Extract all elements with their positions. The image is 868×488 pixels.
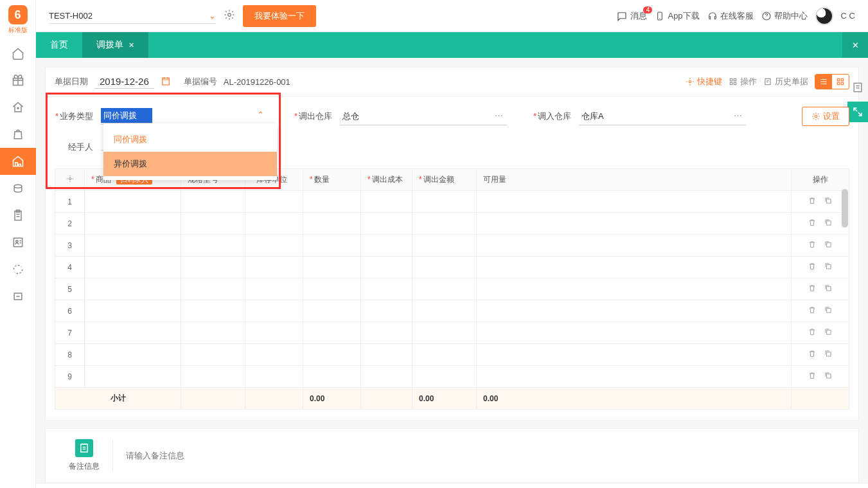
nav-money-icon[interactable]: [0, 175, 36, 202]
avatar[interactable]: [815, 7, 833, 25]
gear-icon[interactable]: [224, 9, 235, 23]
table-row[interactable]: 7: [55, 322, 849, 344]
delete-icon[interactable]: [808, 373, 817, 382]
row-number: 7: [55, 322, 85, 344]
biz-type-input[interactable]: 同价调拨: [101, 108, 152, 123]
remark-input[interactable]: [126, 451, 848, 460]
delete-icon[interactable]: [808, 329, 817, 338]
handler-label: 经手人: [55, 141, 93, 153]
table-row[interactable]: 5: [55, 278, 849, 300]
delete-icon[interactable]: [808, 307, 817, 316]
org-name: TEST-H002: [49, 11, 93, 21]
nav-contact-icon[interactable]: [0, 229, 36, 256]
delete-icon[interactable]: [808, 264, 817, 273]
nav-new-icon[interactable]: [0, 283, 36, 310]
copy-icon[interactable]: [824, 285, 833, 294]
more-icon[interactable]: ⋯: [734, 111, 742, 120]
svg-rect-31: [827, 374, 831, 378]
svg-rect-24: [827, 221, 831, 225]
view-grid-icon[interactable]: [832, 75, 849, 89]
tab-transfer[interactable]: 调拨单 ✕: [82, 32, 148, 58]
shortcut-link[interactable]: 快捷键: [686, 76, 722, 87]
dropdown-option-same-price[interactable]: 同价调拨: [103, 127, 277, 152]
try-button[interactable]: 我要体验一下: [243, 5, 316, 27]
table-row[interactable]: 6: [55, 300, 849, 322]
table-row[interactable]: 3: [55, 235, 849, 257]
svg-rect-30: [827, 352, 831, 356]
delete-icon[interactable]: [808, 220, 817, 229]
row-number: 1: [55, 191, 85, 213]
svg-rect-28: [827, 309, 831, 312]
copy-icon[interactable]: [824, 329, 833, 338]
svg-rect-29: [827, 330, 831, 334]
delete-icon[interactable]: [808, 351, 817, 360]
float-note-icon[interactable]: [847, 77, 868, 98]
nav-sync-icon[interactable]: [0, 256, 36, 283]
col-gear[interactable]: [55, 169, 85, 191]
service-link[interactable]: 在线客服: [707, 10, 754, 22]
view-toggle: [815, 74, 849, 89]
table-row[interactable]: 9: [55, 366, 849, 388]
row-number: 3: [55, 235, 85, 257]
in-warehouse-value[interactable]: 仓库A: [581, 111, 604, 121]
nav-bag-icon[interactable]: [0, 121, 36, 148]
close-icon[interactable]: ✕: [128, 41, 134, 50]
date-label: 单据日期: [55, 76, 88, 87]
more-icon[interactable]: ⋯: [495, 111, 503, 120]
copy-icon[interactable]: [824, 242, 833, 251]
subtotal-row: 小计 0.00 0.00 0.00: [55, 388, 849, 410]
svg-rect-10: [162, 78, 169, 85]
settings-button[interactable]: 设置: [802, 107, 849, 126]
messages-badge: 4: [643, 6, 652, 14]
table-row[interactable]: 1: [55, 191, 849, 213]
copy-icon[interactable]: [824, 307, 833, 316]
row-number: 5: [55, 278, 85, 300]
copy-icon[interactable]: [824, 198, 833, 207]
table-row[interactable]: 2: [55, 213, 849, 235]
copy-icon[interactable]: [824, 373, 833, 382]
svg-rect-25: [827, 243, 831, 247]
svg-rect-18: [841, 78, 844, 81]
out-warehouse-value[interactable]: 总仓: [342, 111, 359, 121]
ops-link[interactable]: 操作: [729, 76, 757, 87]
out-warehouse-label: *调出仓库: [294, 111, 332, 122]
chevron-up-icon[interactable]: ⌃: [257, 110, 264, 120]
row-number: 4: [55, 257, 85, 278]
delete-icon[interactable]: [808, 198, 817, 207]
dropdown-option-diff-price[interactable]: 异价调拨: [103, 152, 277, 176]
view-list-icon[interactable]: [815, 75, 832, 89]
copy-icon[interactable]: [824, 351, 833, 360]
col-ops: 操作: [792, 169, 849, 191]
nav-gift-icon[interactable]: [0, 67, 36, 94]
delete-icon[interactable]: [808, 242, 817, 251]
doc-header: 单据日期 2019-12-26 单据编号 AL-20191226-001 快捷键: [46, 68, 858, 96]
docno-label: 单据编号: [184, 76, 217, 87]
col-avail: 可用量: [477, 169, 792, 191]
delete-icon[interactable]: [808, 285, 817, 294]
col-cost: *调出成本: [361, 169, 412, 191]
org-selector[interactable]: TEST-H002 ⌄: [49, 8, 216, 24]
table-row[interactable]: 4: [55, 257, 849, 278]
history-link[interactable]: 历史单据: [763, 76, 808, 87]
row-number: 6: [55, 300, 85, 322]
nav-warehouse-icon[interactable]: [0, 148, 36, 175]
tab-bar: 首页 调拨单 ✕ ✕: [36, 32, 868, 58]
tab-home[interactable]: 首页: [36, 32, 82, 58]
copy-icon[interactable]: [824, 220, 833, 229]
svg-rect-13: [734, 78, 736, 81]
date-value[interactable]: 2019-12-26: [94, 75, 154, 89]
svg-point-11: [689, 80, 691, 83]
brand-logo: 6: [8, 5, 28, 24]
svg-rect-16: [765, 78, 770, 84]
nav-home-icon[interactable]: [0, 40, 36, 67]
nav-clipboard-icon[interactable]: [0, 202, 36, 229]
help-link[interactable]: 帮助中心: [761, 10, 808, 22]
calendar-icon[interactable]: [161, 76, 171, 88]
table-row[interactable]: 8: [55, 344, 849, 366]
table-scrollbar[interactable]: [842, 189, 848, 389]
messages-link[interactable]: 消息 4: [616, 10, 647, 22]
app-download-link[interactable]: App下载: [655, 10, 699, 22]
tabs-close-all[interactable]: ✕: [842, 32, 868, 58]
copy-icon[interactable]: [824, 264, 833, 273]
nav-house-up-icon[interactable]: [0, 94, 36, 121]
